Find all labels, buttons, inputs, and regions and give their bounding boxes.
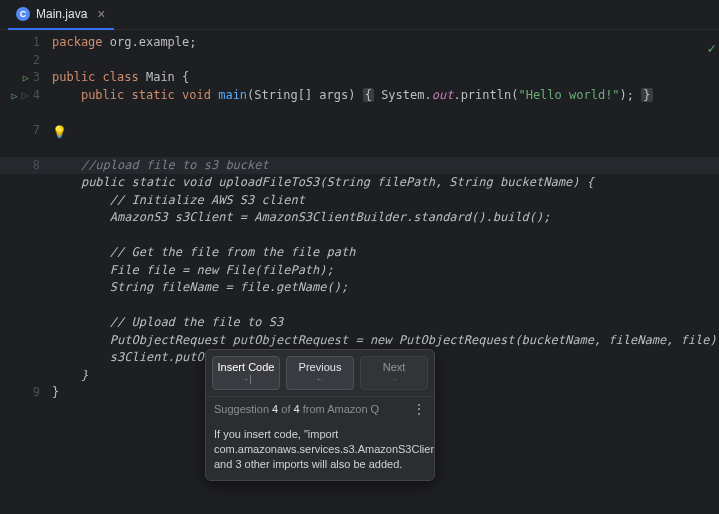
gutter-line bbox=[0, 192, 48, 210]
gutter-line: 1 bbox=[0, 34, 48, 52]
code-line: AmazonS3 s3Client = AmazonS3ClientBuilde… bbox=[48, 209, 719, 227]
gutter-line bbox=[0, 349, 48, 367]
code-line: PutObjectRequest putObjectRequest = new … bbox=[48, 332, 719, 350]
close-icon[interactable]: × bbox=[97, 6, 105, 22]
gutter-line bbox=[0, 139, 48, 157]
more-options-icon[interactable]: ⋮ bbox=[412, 401, 426, 417]
code-line bbox=[48, 139, 719, 157]
run-icon[interactable]: ▷ bbox=[12, 87, 18, 105]
run-icon[interactable]: ▷ bbox=[23, 69, 29, 87]
gutter-line: ▷▷4 bbox=[0, 87, 48, 105]
next-button[interactable]: Next→ bbox=[360, 356, 428, 390]
suggestion-message: If you insert code, "import com.amazonaw… bbox=[206, 421, 434, 480]
gutter-line bbox=[0, 209, 48, 227]
tab-bar: C Main.java × bbox=[0, 0, 719, 30]
gutter-line bbox=[0, 279, 48, 297]
previous-button[interactable]: Previous← bbox=[286, 356, 354, 390]
code-line: // Get the file from the file path bbox=[48, 244, 719, 262]
gutter: 1 2 ▷3 ▷▷4 7 8 9 bbox=[0, 30, 48, 514]
code-line: public class Main { bbox=[48, 69, 719, 87]
gutter-line bbox=[0, 297, 48, 315]
gutter-line: 2 bbox=[0, 52, 48, 70]
insert-code-button[interactable]: Insert Code→| bbox=[212, 356, 280, 390]
code-line: public static void main(String[] args) {… bbox=[48, 87, 719, 105]
gutter-line bbox=[0, 262, 48, 280]
code-line bbox=[48, 52, 719, 70]
gutter-line bbox=[0, 332, 48, 350]
code-line bbox=[48, 104, 719, 122]
suggestion-counter: Suggestion 4 of 4 from Amazon Q ⋮ bbox=[206, 396, 434, 421]
gutter-line: 8 bbox=[0, 157, 48, 175]
code-line: public static void uploadFileToS3(String… bbox=[48, 174, 719, 192]
code-line: File file = new File(filePath); bbox=[48, 262, 719, 280]
code-line: // Initialize AWS S3 client bbox=[48, 192, 719, 210]
gutter-line: ▷3 bbox=[0, 69, 48, 87]
tab-main-java[interactable]: C Main.java × bbox=[8, 0, 114, 30]
java-class-icon: C bbox=[16, 7, 30, 21]
gutter-line bbox=[0, 367, 48, 385]
code-line bbox=[48, 297, 719, 315]
tab-label: Main.java bbox=[36, 7, 87, 21]
gutter-line: 7 bbox=[0, 122, 48, 140]
gutter-line bbox=[0, 227, 48, 245]
code-line bbox=[48, 227, 719, 245]
code-line: // Upload the file to S3 bbox=[48, 314, 719, 332]
suggestion-popup: Insert Code→| Previous← Next→ Suggestion… bbox=[205, 349, 435, 481]
code-line: String fileName = file.getName(); bbox=[48, 279, 719, 297]
gutter-line: 9 bbox=[0, 384, 48, 402]
gutter-line bbox=[0, 104, 48, 122]
code-line: package org.example; bbox=[48, 34, 719, 52]
lightbulb-icon[interactable]: 💡 bbox=[52, 124, 67, 142]
gutter-line bbox=[0, 174, 48, 192]
gutter-line bbox=[0, 314, 48, 332]
gutter-line bbox=[0, 244, 48, 262]
code-line: //upload file to s3 bucket bbox=[48, 157, 719, 175]
code-line bbox=[48, 122, 719, 140]
